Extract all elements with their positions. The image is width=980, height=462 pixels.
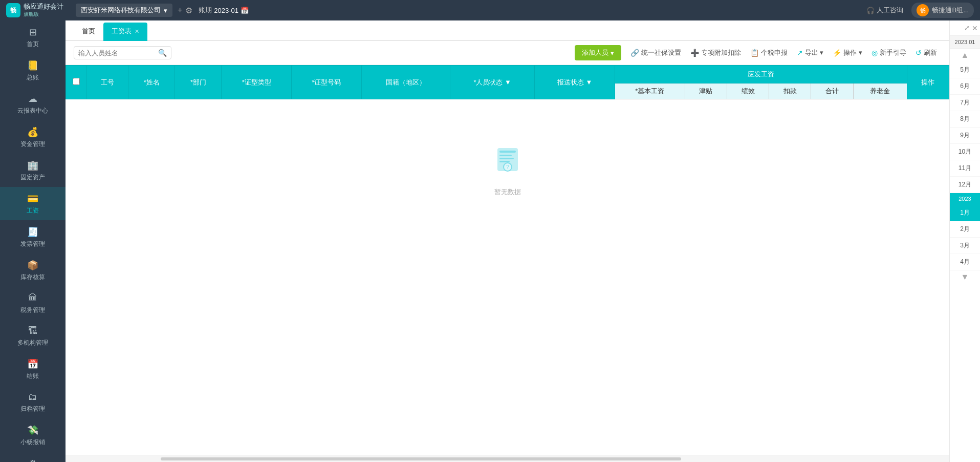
svg-text:?: ?: [506, 164, 509, 170]
multi-label: 多机构管理: [17, 339, 48, 347]
col-total: 合计: [811, 83, 853, 99]
toolbar-action-special-deduct[interactable]: ➕ 专项附加扣除: [686, 46, 745, 60]
tax-label: 税务管理: [20, 306, 45, 314]
tax-report-icon: 📋: [750, 49, 759, 57]
invoice-label: 发票管理: [20, 240, 45, 248]
logo-sub: 旗舰版: [24, 11, 63, 18]
tab-home[interactable]: 首页: [74, 23, 103, 41]
settings-icon: ⚙: [29, 458, 37, 462]
company-selector[interactable]: 西安虾米网络科技有限公司 ▾: [76, 4, 172, 17]
sidebar-item-tax[interactable]: 🏛 税务管理: [0, 287, 66, 320]
inventory-label: 库存核算: [20, 273, 45, 282]
search-input[interactable]: [78, 49, 155, 57]
month-1[interactable]: 1月: [950, 205, 980, 221]
period-label: 账期: [199, 6, 212, 15]
sidebar-item-asset[interactable]: 🏢 固定资产: [0, 154, 66, 187]
toolbar-action-refresh[interactable]: ↺ 刷新: [911, 46, 941, 60]
scroll-down-btn[interactable]: ▼: [950, 270, 980, 284]
sidebar-item-salary[interactable]: 💳 工资: [0, 187, 66, 220]
company-name: 西安虾米网络科技有限公司: [81, 6, 161, 15]
refresh-icon: ↺: [916, 49, 922, 57]
horizontal-scrollbar[interactable]: [66, 455, 949, 462]
toolbar-action-export[interactable]: ↗ 导出 ▾: [793, 46, 828, 60]
new-guide-label: 新手引导: [880, 48, 906, 57]
toolbar-action-operate[interactable]: ⚡ 操作 ▾: [829, 46, 866, 60]
col-performance: 绩效: [727, 83, 769, 99]
salary-label: 工资: [27, 206, 39, 215]
sidebar-item-multi[interactable]: 🏗 多机构管理: [0, 320, 66, 352]
sidebar-item-ledger[interactable]: 📒 总账: [0, 54, 66, 87]
month-2[interactable]: 2月: [950, 221, 980, 238]
expand-icon[interactable]: ⤢: [964, 24, 970, 32]
invoice-icon: 🧾: [27, 226, 38, 238]
fund-icon: 💰: [27, 127, 38, 138]
chevron-down-icon: ▾: [164, 7, 167, 14]
add-person-button[interactable]: 添加人员 ▾: [575, 45, 621, 60]
sidebar-item-report[interactable]: ☁ 云报表中心: [0, 87, 66, 120]
expense-icon: 💸: [27, 425, 38, 436]
month-prev-12[interactable]: 12月: [950, 177, 980, 193]
col-action: 操作: [907, 66, 949, 99]
toolbar-action-social-security[interactable]: 🔗 统一社保设置: [626, 46, 685, 60]
toolbar-actions: 🔗 统一社保设置 ➕ 专项附加扣除 📋 个税申报 ↗ 导出 ▾ ⚡ 操作 ▾ ◎…: [626, 46, 941, 60]
sidebar-item-expense[interactable]: 💸 小畅报销: [0, 418, 66, 452]
select-all-checkbox[interactable]: [73, 78, 80, 85]
month-prev-7[interactable]: 7月: [950, 95, 980, 111]
col-wage-group: 应发工资: [615, 66, 907, 83]
toolbar-action-tax-report[interactable]: 📋 个税申报: [746, 46, 792, 60]
calendar-icon[interactable]: 📅: [241, 7, 249, 14]
top-bar-right: 🎧 人工咨询 畅 畅捷通B组...: [866, 3, 974, 18]
archive-icon: 🗂: [28, 392, 37, 403]
export-icon: ↗: [797, 49, 803, 57]
col-nation: 国籍（地区）: [361, 66, 450, 99]
month-prev-8[interactable]: 8月: [950, 111, 980, 128]
svg-rect-4: [499, 161, 510, 162]
report-label: 云报表中心: [17, 107, 48, 115]
panel-period-label[interactable]: 2023.01: [950, 36, 980, 49]
expense-label: 小畅报销: [20, 438, 45, 447]
support-label: 人工咨询: [877, 6, 903, 15]
export-label: 导出 ▾: [805, 48, 824, 57]
col-deduct: 扣款: [769, 83, 811, 99]
month-prev-9[interactable]: 9月: [950, 128, 980, 144]
sidebar-item-settings[interactable]: ⚙ 基础设置: [0, 452, 66, 462]
col-name: *姓名: [128, 66, 175, 99]
operate-icon: ⚡: [833, 49, 841, 57]
add-company-btn[interactable]: +: [178, 6, 182, 15]
month-prev-10[interactable]: 10月: [950, 144, 980, 160]
year-label-2023[interactable]: 2023: [950, 193, 980, 205]
col-id-type: *证型类型: [222, 66, 292, 99]
scroll-up-btn[interactable]: ▲: [950, 49, 980, 62]
tab-salary-table[interactable]: 工资表✕: [103, 23, 147, 41]
month-4[interactable]: 4月: [950, 254, 980, 270]
months-list: 5月6月7月8月9月10月11月12月20231月2月3月4月: [950, 62, 980, 270]
close-panel-icon[interactable]: ✕: [972, 24, 978, 32]
search-icon: 🔍: [158, 49, 167, 57]
asset-icon: 🏢: [27, 160, 38, 171]
toolbar-action-new-guide[interactable]: ◎ 新手引导: [867, 46, 910, 60]
sidebar-item-close[interactable]: 📅 结账: [0, 352, 66, 386]
month-prev-11[interactable]: 11月: [950, 160, 980, 177]
sidebar-item-invoice[interactable]: 🧾 发票管理: [0, 220, 66, 254]
settings-icon[interactable]: ⚙: [185, 6, 192, 15]
user-badge[interactable]: 畅 畅捷通B组...: [911, 3, 974, 18]
sidebar-item-home[interactable]: ⊞ 首页: [0, 20, 66, 54]
logo-name: 畅应通好会计: [24, 3, 63, 11]
logo: 畅 畅应通好会计 旗舰版: [6, 3, 72, 18]
month-3[interactable]: 3月: [950, 238, 980, 254]
sidebar-item-archive[interactable]: 🗂 归档管理: [0, 386, 66, 418]
sidebar-item-inventory[interactable]: 📦 库存核算: [0, 254, 66, 287]
home-icon: ⊞: [29, 27, 37, 38]
tab-close-salary-table[interactable]: ✕: [135, 28, 139, 35]
multi-icon: 🏗: [28, 326, 37, 337]
month-prev-5[interactable]: 5月: [950, 62, 980, 78]
add-btn-label: 添加人员: [582, 48, 608, 57]
username: 畅捷通B组...: [932, 6, 969, 15]
special-deduct-label: 专项附加扣除: [701, 48, 741, 57]
ledger-icon: 📒: [27, 60, 38, 71]
support-button[interactable]: 🎧 人工咨询: [866, 6, 903, 15]
year-badge: 2023: [956, 195, 973, 203]
avatar: 畅: [917, 4, 929, 16]
month-prev-6[interactable]: 6月: [950, 78, 980, 95]
sidebar-item-fund[interactable]: 💰 资金管理: [0, 120, 66, 154]
